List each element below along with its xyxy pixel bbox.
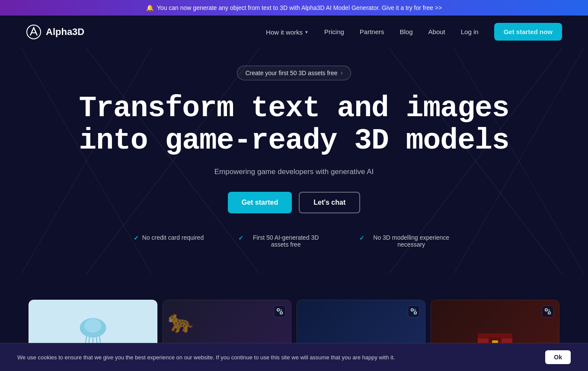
- svg-point-10: [84, 319, 102, 333]
- cookie-text: We use cookies to ensure that we give yo…: [17, 354, 395, 361]
- free-badge[interactable]: Create your first 50 3D assets free ›: [237, 66, 351, 80]
- feature-item-1: ✓ No credit card required: [134, 234, 204, 241]
- cookie-bar: We use cookies to ensure that we give yo…: [0, 343, 588, 371]
- feature-item-2: ✓ First 50 AI-generated 3D assets free: [238, 234, 325, 248]
- arrow-right-icon: ›: [341, 70, 343, 76]
- nav-item-about[interactable]: About: [428, 28, 445, 36]
- hero-subtitle: Empowering game developers with generati…: [26, 168, 562, 176]
- logo-text: Alpha3D: [46, 26, 84, 38]
- announcement-link[interactable]: You can now generate any object from tex…: [157, 4, 442, 11]
- navbar: Alpha3D How it works ▼ Pricing Partners …: [0, 16, 588, 48]
- chevron-down-icon: ▼: [304, 30, 309, 35]
- lets-chat-button[interactable]: Let's chat: [299, 192, 360, 213]
- hero-title-line2: into game-ready 3D models: [79, 124, 509, 157]
- features-list: ✓ No credit card required ✓ First 50 AI-…: [26, 234, 562, 248]
- feature-text-2: First 50 AI-generated 3D assets free: [247, 234, 325, 248]
- nav-item-blog[interactable]: Blog: [400, 28, 413, 36]
- nav-links: How it works ▼ Pricing Partners Blog Abo…: [266, 28, 562, 36]
- nav-item-pricing[interactable]: Pricing: [324, 28, 344, 36]
- leopard-illustration: 🐆: [167, 309, 194, 334]
- feature-text-3: No 3D modelling experience necessary: [368, 234, 454, 248]
- expand-icon-2: [411, 308, 417, 314]
- svg-point-19: [280, 309, 282, 311]
- announcement-bar: 🔔 You can now generate any object from t…: [0, 0, 588, 16]
- nav-link-how-it-works[interactable]: How it works ▼: [266, 29, 309, 36]
- svg-point-22: [414, 309, 416, 311]
- card-among-us-action-icon[interactable]: [408, 305, 420, 317]
- bell-icon: 🔔: [146, 4, 153, 11]
- check-icon-2: ✓: [238, 235, 243, 241]
- svg-rect-21: [414, 312, 416, 314]
- check-icon-1: ✓: [134, 235, 139, 241]
- cookie-ok-button[interactable]: Ok: [545, 350, 571, 364]
- hero-title: Transform text and images into game-read…: [26, 92, 562, 157]
- nav-link-blog[interactable]: Blog: [400, 28, 413, 35]
- svg-rect-17: [277, 309, 279, 311]
- svg-rect-18: [280, 312, 282, 314]
- card-leopard-action-icon[interactable]: [274, 305, 286, 317]
- hero-buttons: Get started Let's chat: [26, 192, 562, 213]
- nav-item-cta[interactable]: Get started now: [494, 28, 562, 36]
- badge-text: Create your first 50 3D assets free: [245, 70, 337, 76]
- nav-link-partners[interactable]: Partners: [360, 28, 384, 35]
- logo[interactable]: Alpha3D: [26, 24, 84, 40]
- hero-title-line1: Transform text and images: [79, 92, 509, 125]
- feature-text-1: No credit card required: [142, 234, 204, 241]
- nav-link-pricing[interactable]: Pricing: [324, 28, 344, 35]
- nav-item-partners[interactable]: Partners: [360, 28, 384, 36]
- nav-item-how-it-works[interactable]: How it works ▼: [266, 29, 309, 36]
- svg-rect-20: [411, 309, 413, 311]
- nav-link-login[interactable]: Log in: [461, 28, 479, 35]
- logo-icon: [26, 24, 42, 40]
- nav-item-login[interactable]: Log in: [461, 28, 479, 36]
- get-started-button[interactable]: Get started: [228, 192, 292, 213]
- hero-section: Create your first 50 3D assets free › Tr…: [0, 48, 588, 274]
- expand-icon: [277, 308, 283, 314]
- get-started-nav-button[interactable]: Get started now: [494, 23, 562, 41]
- nav-link-about[interactable]: About: [428, 28, 445, 35]
- check-icon-3: ✓: [359, 235, 364, 241]
- feature-item-3: ✓ No 3D modelling experience necessary: [359, 234, 454, 248]
